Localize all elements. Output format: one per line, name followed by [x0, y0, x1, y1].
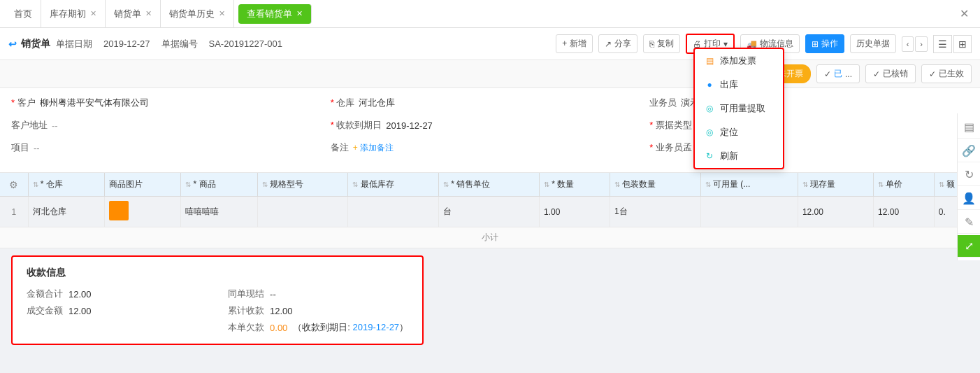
- sidebar-user-icon[interactable]: 👤: [958, 188, 980, 210]
- dropdown-add-invoice[interactable]: ▤ 添加发票: [695, 49, 783, 73]
- confirm-e-button[interactable]: ✓ 已...: [816, 64, 860, 83]
- dropdown-locate[interactable]: ◎ 定位: [695, 120, 783, 144]
- sidebar-expand-icon[interactable]: ⤢: [958, 235, 980, 258]
- customer-value: 柳州粤港平安气体有限公司: [40, 97, 149, 109]
- tab-inventory-init[interactable]: 库存期初 ✕: [41, 0, 106, 28]
- history-button[interactable]: 历史单据: [850, 34, 896, 53]
- sort-icon: ⇅: [544, 181, 549, 188]
- nukesale-icon: ✓: [873, 69, 880, 79]
- form-row-3: 项目 -- 备注 + 添加备注 业务员孟 --: [11, 141, 969, 154]
- same-order-label: 同单现结: [228, 288, 264, 300]
- refresh-icon: ↻: [705, 151, 714, 161]
- tab-bar: 首页 库存期初 ✕ 销货单 ✕ 销货单历史 ✕ 查看销货单 ✕ ✕: [0, 0, 980, 28]
- plus-icon: +: [353, 143, 358, 153]
- close-icon[interactable]: ✕: [219, 9, 225, 18]
- sidebar-link-icon[interactable]: 🔗: [958, 140, 980, 162]
- col-unit: ⇅ * 销售单位: [438, 173, 539, 197]
- same-order-value: --: [270, 289, 276, 300]
- payment-date-label: 收款到期日: [331, 119, 382, 132]
- sort-icon: ⇅: [33, 181, 38, 188]
- cell-min-stock: [348, 197, 439, 227]
- project-value: --: [34, 143, 40, 153]
- cell-product-img: [104, 197, 180, 227]
- address-field: 客户地址 --: [11, 119, 331, 132]
- list-view-icon[interactable]: ☰: [933, 35, 952, 53]
- view-icons: ☰ ⊞: [933, 35, 972, 53]
- new-button[interactable]: + 新增: [556, 34, 592, 53]
- window-close-button[interactable]: ✕: [954, 7, 974, 20]
- cumulative-row: 累计收款 12.00: [228, 304, 408, 317]
- date-label: 单据日期: [56, 38, 92, 50]
- close-icon[interactable]: ✕: [90, 9, 96, 18]
- number-label: 单据编号: [161, 38, 198, 50]
- product-image: [109, 201, 129, 220]
- sort-icon: ⇅: [878, 181, 884, 188]
- available-icon: ◎: [705, 104, 714, 113]
- sort-icon: ⇅: [802, 181, 808, 188]
- transaction-value: 12.00: [69, 306, 92, 316]
- outbound-icon: ●: [705, 80, 714, 90]
- subtotal-label: 小计: [0, 227, 980, 248]
- sort-icon: ⇅: [443, 181, 449, 188]
- date-value: 2019-12-27: [103, 38, 150, 49]
- close-icon[interactable]: ✕: [296, 9, 303, 18]
- dropdown-menu: ▤ 添加发票 ● 出库 ◎ 可用量提取 ◎ 定位 ↻ 刷新: [693, 48, 784, 169]
- total-value: 12.00: [69, 289, 92, 300]
- tab-home[interactable]: 首页: [6, 0, 41, 28]
- cell-price: 12.00: [874, 197, 935, 227]
- col-quantity: ⇅ * 数量: [539, 173, 610, 197]
- transaction-label: 成交金额: [27, 304, 63, 317]
- sort-icon: ⇅: [705, 181, 711, 188]
- arrears-row: 本单欠款 0.00 （收款到期日: 2019-12-27）: [228, 321, 408, 334]
- arrears-date: 2019-12-27: [353, 322, 400, 332]
- cell-no: 1: [0, 197, 28, 227]
- cell-warehouse: 河北仓库: [28, 197, 104, 227]
- share-button[interactable]: ↗ 分享: [598, 34, 637, 53]
- grid-view-icon[interactable]: ⊞: [953, 35, 972, 53]
- action-bar: 📱 来自手机 ● 未开票 ✓ 已... ✓ 已核销 ✓ 已生效: [0, 60, 980, 88]
- dropdown-refresh[interactable]: ↻ 刷新: [695, 144, 783, 168]
- add-remark-button[interactable]: + 添加备注: [353, 142, 394, 154]
- form-area: 客户 柳州粤港平安气体有限公司 仓库 河北仓库 业务员 演示账号 客户地址 --…: [0, 88, 980, 172]
- payment-date-field: 收款到期日 2019-12-27: [331, 119, 650, 132]
- cell-quantity: 1.00: [539, 197, 610, 227]
- payment-date-value: 2019-12-27: [386, 120, 433, 131]
- col-price: ⇅ 单价: [874, 173, 935, 197]
- prev-button[interactable]: ‹: [902, 36, 914, 52]
- tab-sales-history[interactable]: 销货单历史 ✕: [161, 0, 234, 28]
- warehouse-label: 仓库: [331, 97, 355, 109]
- col-spec: ⇅ 规格型号: [257, 173, 348, 197]
- same-order-row: 同单现结 --: [228, 288, 408, 300]
- table-container: ⚙ ⇅ * 仓库 商品图片 ⇅ * 商品 ⇅ 规格型号 ⇅ 最低库存 ⇅ * 销…: [0, 172, 980, 248]
- col-pack-qty: ⇅ 包装数量: [610, 173, 700, 197]
- cell-unit: 台: [438, 197, 539, 227]
- col-warehouse: ⇅ * 仓库: [28, 173, 104, 197]
- tab-sales-order[interactable]: 销货单 ✕: [106, 0, 161, 28]
- sort-icon: ⇅: [352, 181, 358, 188]
- col-available: ⇅ 可用量 (...: [700, 173, 798, 197]
- dropdown-outbound[interactable]: ● 出库: [695, 73, 783, 97]
- nukesale-button[interactable]: ✓ 已核销: [865, 64, 916, 83]
- col-min-stock: ⇅ 最低库存: [348, 173, 439, 197]
- col-product: ⇅ * 商品: [181, 173, 257, 197]
- next-button[interactable]: ›: [915, 36, 928, 52]
- close-icon[interactable]: ✕: [145, 9, 152, 18]
- gear-icon[interactable]: ⚙: [9, 179, 18, 190]
- address-value: --: [52, 120, 58, 131]
- col-settings[interactable]: ⚙: [0, 173, 28, 197]
- warehouse-field: 仓库 河北仓库: [331, 97, 650, 109]
- sidebar-refresh-icon[interactable]: ↻: [958, 164, 980, 186]
- sidebar-edit-icon[interactable]: ✎: [958, 211, 980, 234]
- customer-field: 客户 柳州粤港平安气体有限公司: [11, 97, 331, 109]
- subtotal-row: 小计: [0, 227, 980, 248]
- tab-view-sales-order[interactable]: 查看销货单 ✕: [238, 4, 312, 24]
- copy-button[interactable]: ⎘ 复制: [643, 34, 680, 53]
- sort-icon: ⇅: [185, 181, 191, 188]
- arrears-label: 本单欠款: [228, 321, 264, 334]
- arrears-value: 0.00: [270, 323, 287, 333]
- dropdown-available-qty[interactable]: ◎ 可用量提取: [695, 97, 783, 120]
- operations-button[interactable]: ⊞ 操作: [805, 34, 844, 53]
- effective-button[interactable]: ✓ 已生效: [921, 64, 972, 83]
- sidebar-grid-icon[interactable]: ▤: [958, 116, 980, 139]
- col-product-img: 商品图片: [104, 173, 180, 197]
